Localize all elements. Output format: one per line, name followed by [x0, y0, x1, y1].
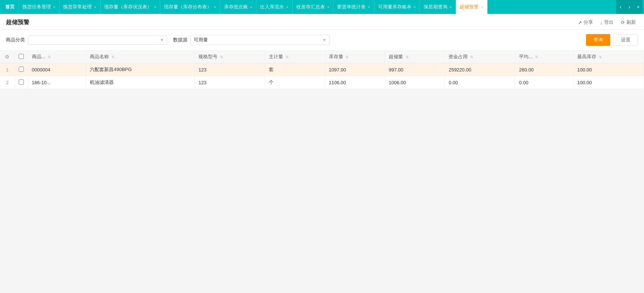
nav-arrows: ‹ › ×: [616, 0, 643, 14]
nav-right-arrow[interactable]: ›: [625, 0, 634, 14]
row-checkbox[interactable]: [19, 79, 24, 85]
nav-avail-stock-close[interactable]: ×: [414, 5, 416, 9]
category-label: 商品分类: [6, 37, 25, 43]
category-select[interactable]: ▼: [28, 36, 167, 45]
th-unit[interactable]: 主计量 ⇅: [265, 51, 325, 63]
table-container: ⚙ 商品... ⇅ 商品名称 ⇅ 规格型号 ⇅: [0, 51, 644, 89]
th-capital-sort: ⇅: [470, 55, 473, 59]
nav-overstock-alert[interactable]: 超储预警 ×: [456, 0, 487, 14]
cell-capital: 259220.00: [445, 63, 515, 76]
cell-name: 六配套新昌490BPG: [86, 63, 195, 76]
th-avg-label: 平均...: [519, 54, 533, 59]
query-button[interactable]: 查询: [586, 34, 610, 46]
nav-avail-stock[interactable]: 可用量库存账本 ×: [374, 0, 420, 14]
category-select-value: [31, 37, 33, 43]
th-avg[interactable]: 平均... ⇅: [515, 51, 574, 63]
cell-checkbox: [15, 63, 28, 76]
cell-code: 0000004: [28, 63, 86, 76]
filter-actions: 查询 设置: [586, 34, 638, 46]
datasource-select[interactable]: 可用量 ▼: [190, 35, 330, 45]
nav-order-stats[interactable]: 要货单统计表 ×: [333, 0, 374, 14]
cell-stock: 1106.00: [325, 76, 385, 89]
th-code[interactable]: 商品... ⇅: [28, 51, 86, 63]
nav-home[interactable]: 首页: [1, 0, 19, 14]
export-icon: ↓: [600, 20, 603, 25]
nav-left-arrow[interactable]: ‹: [616, 0, 625, 14]
refresh-label: 刷新: [626, 19, 636, 26]
refresh-button[interactable]: ⟳ 刷新: [619, 18, 638, 26]
cell-spec: 123: [195, 76, 265, 89]
nav-overstock-alert-close[interactable]: ×: [481, 5, 483, 9]
nav-stock-dist-close[interactable]: ×: [214, 5, 216, 9]
nav-avail-stock-label: 可用量库存账本: [378, 4, 411, 10]
nav-home-label: 首页: [5, 4, 15, 10]
th-unit-label: 主计量: [269, 54, 283, 59]
th-gear: ⚙: [0, 51, 15, 63]
nav-order-stats-label: 要货单统计表: [337, 4, 366, 10]
nav-task-mgmt-close[interactable]: ×: [53, 5, 55, 9]
nav-collect-summary-label: 收发存汇总表: [296, 4, 325, 10]
page-header: 超储预警 ➚ 分享 ↓ 导出 ⟳ 刷新: [0, 14, 644, 30]
nav-batch[interactable]: 库存批次账 ×: [220, 0, 256, 14]
cell-overstock: 1006.00: [385, 76, 444, 89]
nav-collect-summary-close[interactable]: ×: [327, 5, 329, 9]
settings-button[interactable]: 设置: [613, 34, 638, 46]
nav-batch-label: 库存批次账: [224, 4, 248, 10]
th-max-stock-label: 最高库存: [577, 54, 596, 59]
nav-overstock-alert-label: 超储预警: [460, 4, 479, 10]
th-spec[interactable]: 规格型号 ⇅: [195, 51, 265, 63]
table-row: 2 186-10... 机油滤清器 123 个 1106.00 1006.00 …: [0, 76, 644, 89]
nav-stock-status[interactable]: 现存量（库存状况表） ×: [100, 0, 160, 14]
share-button[interactable]: ➚ 分享: [576, 18, 595, 26]
th-checkbox: [15, 51, 28, 63]
nav-inout-flow[interactable]: 出入库流水 ×: [256, 0, 292, 14]
th-stock-label: 库存量: [329, 54, 343, 59]
datasource-label: 数据源: [173, 37, 187, 43]
nav-order-stats-close[interactable]: ×: [368, 5, 370, 9]
th-stock-sort: ⇅: [345, 55, 348, 59]
th-unit-sort: ⇅: [286, 55, 289, 59]
category-select-arrow: ▼: [160, 38, 164, 42]
export-button[interactable]: ↓ 导出: [598, 18, 616, 26]
cell-max-stock: 100.00: [574, 76, 644, 89]
cell-capital: 0.00: [445, 76, 515, 89]
nav-batch-close[interactable]: ×: [250, 5, 252, 9]
nav-inout-flow-label: 出入库流水: [260, 4, 284, 10]
cell-avg: 0.00: [515, 76, 574, 89]
nav-task-mgmt[interactable]: 拣货任务管理 ×: [19, 0, 59, 14]
nav-stock-dist[interactable]: 现存量（库存分布表） ×: [160, 0, 220, 14]
nav-exception[interactable]: 拣货异常处理 ×: [59, 0, 100, 14]
nav-close-all[interactable]: ×: [634, 0, 643, 14]
nav-exception-close[interactable]: ×: [94, 5, 96, 9]
data-table: ⚙ 商品... ⇅ 商品名称 ⇅ 规格型号 ⇅: [0, 51, 644, 89]
th-overstock-label: 超储量: [389, 54, 403, 59]
select-all-checkbox[interactable]: [19, 54, 24, 59]
nav-stock-status-close[interactable]: ×: [154, 5, 156, 9]
table-row: 1 0000004 六配套新昌490BPG 123 套 1097.00 997.…: [0, 63, 644, 76]
th-max-stock[interactable]: 最高库存 ⇅: [574, 51, 644, 63]
th-spec-sort: ⇅: [220, 55, 223, 59]
page-container: 超储预警 ➚ 分享 ↓ 导出 ⟳ 刷新 商品分类 ▼ 数据源: [0, 14, 644, 89]
nav-task-mgmt-label: 拣货任务管理: [22, 4, 51, 10]
th-stock[interactable]: 库存量 ⇅: [325, 51, 385, 63]
header-actions: ➚ 分享 ↓ 导出 ⟳ 刷新: [576, 18, 638, 26]
nav-inout-flow-close[interactable]: ×: [286, 5, 288, 9]
nav-quality-close[interactable]: ×: [450, 5, 452, 9]
th-code-label: 商品...: [32, 54, 45, 59]
nav-quality[interactable]: 保质期查询 ×: [420, 0, 456, 14]
datasource-filter-group: 数据源 可用量 ▼: [173, 35, 330, 45]
row-checkbox[interactable]: [19, 67, 24, 72]
refresh-icon: ⟳: [621, 20, 625, 25]
datasource-select-arrow: ▼: [322, 38, 326, 42]
page-title: 超储预警: [6, 19, 29, 26]
th-name[interactable]: 商品名称 ⇅: [86, 51, 195, 63]
th-capital[interactable]: 资金占用 ⇅: [445, 51, 515, 63]
nav-quality-label: 保质期查询: [424, 4, 447, 10]
th-code-sort: ⇅: [48, 55, 51, 59]
nav-collect-summary[interactable]: 收发存汇总表 ×: [293, 0, 333, 14]
cell-stock: 1097.00: [325, 63, 385, 76]
cell-checkbox: [15, 76, 28, 89]
export-label: 导出: [604, 19, 614, 26]
gear-icon[interactable]: ⚙: [5, 54, 10, 60]
th-overstock[interactable]: 超储量 ⇅: [385, 51, 444, 63]
